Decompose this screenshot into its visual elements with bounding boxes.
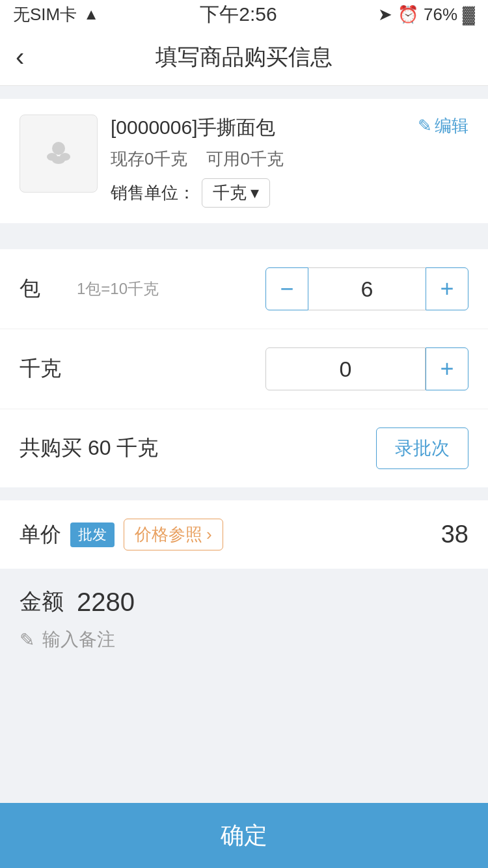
battery-text: 76%: [424, 5, 457, 25]
remark-row[interactable]: ✎ 输入备注: [20, 627, 468, 652]
price-ref-label: 价格参照: [135, 523, 202, 546]
status-bar: 无SIM卡 ▲ 下午2:56 ➤ ⏰ 76% ▓: [0, 0, 488, 29]
status-time: 下午2:56: [200, 1, 277, 28]
svg-point-0: [52, 142, 65, 155]
pack-plus-button[interactable]: +: [426, 267, 468, 310]
confirm-button[interactable]: 确定: [0, 803, 488, 868]
price-ref-arrow-icon: ›: [206, 524, 212, 545]
svg-point-3: [52, 156, 65, 164]
price-tag: 批发: [70, 522, 115, 547]
stock-current: 现存0千克: [111, 149, 187, 169]
pack-controls: − +: [265, 267, 468, 310]
product-thumbnail-icon: [39, 134, 78, 173]
nav-bar: ‹ 填写商品购买信息: [0, 29, 488, 86]
remark-icon: ✎: [20, 629, 34, 651]
kg-quantity-input[interactable]: [265, 347, 426, 390]
price-ref-button[interactable]: 价格参照 ›: [124, 519, 223, 550]
amount-section: 金额 2280 ✎ 输入备注: [0, 569, 488, 662]
summary-text: 共购买 60 千克: [20, 434, 158, 463]
summary-row: 共购买 60 千克 录批次: [0, 409, 488, 487]
location-icon: ➤: [378, 5, 392, 25]
pack-label: 包: [20, 275, 72, 303]
kg-plus-button[interactable]: +: [426, 347, 468, 390]
product-unit-row: 销售单位： 千克 ▾: [111, 178, 468, 208]
remark-placeholder: 输入备注: [42, 627, 115, 652]
batch-button[interactable]: 录批次: [376, 427, 468, 469]
pack-minus-button[interactable]: −: [265, 267, 308, 310]
page-title: 填写商品购买信息: [156, 42, 332, 72]
unit-value: 千克: [213, 182, 247, 204]
unit-select[interactable]: 千克 ▾: [202, 178, 270, 208]
product-name: [0000006]手撕面包: [111, 115, 275, 141]
product-info: [0000006]手撕面包 ✎ 编辑 现存0千克 可用0千克 销售单位： 千克 …: [111, 115, 468, 208]
status-carrier-wifi: 无SIM卡 ▲: [13, 3, 99, 26]
alarm-icon: ⏰: [398, 5, 418, 25]
price-label: 单价 批发 价格参照 ›: [20, 519, 223, 550]
status-right: ➤ ⏰ 76% ▓: [378, 5, 475, 25]
product-card: [0000006]手撕面包 ✎ 编辑 现存0千克 可用0千克 销售单位： 千克 …: [0, 99, 488, 223]
battery-icon: ▓: [463, 5, 475, 25]
product-stock: 现存0千克 可用0千克: [111, 148, 468, 170]
price-label-text: 单价: [20, 521, 61, 549]
pack-row: 包 1包=10千克 − +: [0, 249, 488, 329]
back-button[interactable]: ‹: [16, 42, 24, 72]
amount-label: 金额: [20, 587, 64, 617]
unit-chevron-icon: ▾: [251, 183, 259, 203]
amount-value: 2280: [77, 588, 135, 617]
confirm-label: 确定: [221, 820, 267, 852]
product-header: [0000006]手撕面包 ✎ 编辑: [111, 115, 468, 148]
edit-button[interactable]: ✎ 编辑: [418, 115, 468, 137]
stock-available: 可用0千克: [206, 149, 283, 169]
pack-quantity-input[interactable]: [308, 267, 426, 310]
divider-2: [0, 487, 488, 500]
price-row: 单价 批发 价格参照 › 38: [20, 519, 468, 550]
kg-controls: +: [265, 347, 468, 390]
price-value: 38: [441, 521, 468, 549]
carrier-text: 无SIM卡: [13, 3, 77, 26]
kg-label: 千克: [20, 355, 72, 383]
pack-hint: 1包=10千克: [77, 278, 265, 299]
pack-section: 包 1包=10千克 − + 千克 + 共购买 60 千克 录批次: [0, 249, 488, 487]
edit-label: 编辑: [435, 115, 468, 137]
kg-row: 千克 +: [0, 329, 488, 409]
amount-row: 金额 2280: [20, 587, 468, 617]
unit-label: 销售单位：: [111, 182, 195, 204]
wifi-icon: ▲: [83, 5, 99, 23]
product-image: [20, 115, 98, 193]
divider-1: [0, 223, 488, 236]
edit-icon: ✎: [418, 116, 432, 136]
price-section: 单价 批发 价格参照 › 38: [0, 500, 488, 569]
